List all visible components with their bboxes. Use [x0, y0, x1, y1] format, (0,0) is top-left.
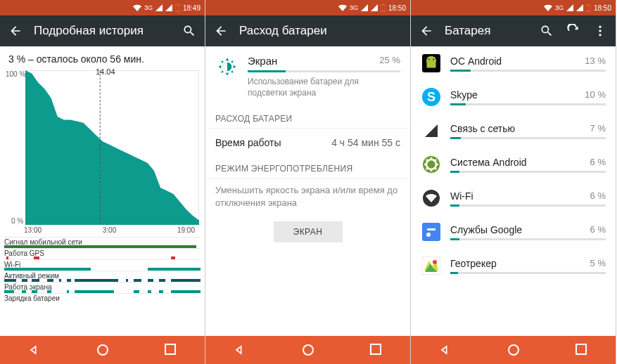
signal-icon — [361, 4, 368, 11]
wifi-icon — [133, 4, 141, 11]
battery-item[interactable]: Геотрекер5 % — [411, 249, 616, 282]
wifi-icon — [421, 188, 442, 209]
screen-button[interactable]: ЭКРАН — [274, 221, 343, 242]
signal-icon — [566, 4, 573, 11]
item-percent: 7 % — [590, 123, 606, 134]
geo-icon — [421, 255, 442, 276]
item-percent: 6 % — [590, 157, 606, 168]
item-progress — [450, 272, 606, 274]
nav-back-icon[interactable] — [27, 343, 42, 357]
svg-rect-13 — [371, 344, 381, 354]
overflow-button[interactable] — [592, 22, 609, 39]
track-row: Работа GPS — [4, 248, 201, 259]
svg-rect-21 — [427, 62, 436, 68]
item-progress — [450, 204, 606, 207]
svg-point-19 — [599, 34, 601, 36]
system-icon — [421, 154, 442, 175]
page-title: Подробная история — [34, 24, 171, 38]
google-icon — [421, 221, 442, 242]
svg-point-17 — [599, 26, 601, 28]
item-name: Система Android — [450, 157, 527, 168]
back-button[interactable] — [7, 22, 24, 39]
svg-point-6 — [98, 345, 108, 355]
android-icon — [421, 53, 442, 74]
svg-point-23 — [433, 59, 434, 60]
section-header-usage: РАСХОД БАТАРЕИ — [205, 107, 410, 129]
wifi-icon — [544, 4, 552, 11]
item-name: Связь с сетью — [450, 123, 515, 134]
svg-point-31 — [426, 233, 431, 237]
app-bar: Подробная история — [0, 15, 205, 46]
status-bar: 3G 18:49 — [0, 0, 205, 15]
refresh-button[interactable] — [565, 22, 582, 39]
consumer-percent: 25 % — [379, 55, 400, 67]
signal-icon — [155, 4, 163, 11]
nav-recent-icon[interactable] — [164, 343, 178, 357]
xtick: 13:00 — [24, 226, 42, 234]
battery-summary: 3 % – осталось около 56 мин. — [0, 46, 205, 67]
svg-rect-7 — [165, 344, 175, 354]
screen-usage-detail: 3G 18:50 Расход батареи Экран25 % Исполь… — [205, 0, 411, 364]
runtime-label: Время работы — [215, 137, 281, 148]
nav-recent-icon[interactable] — [575, 343, 589, 357]
back-button[interactable] — [212, 22, 229, 39]
nav-home-icon[interactable] — [507, 343, 521, 357]
search-button[interactable] — [538, 22, 555, 39]
search-button[interactable] — [181, 22, 198, 39]
battery-item[interactable]: ОС Android13 % — [411, 46, 616, 80]
item-percent: 5 % — [590, 258, 606, 269]
nav-home-icon[interactable] — [96, 343, 110, 357]
track-row: Зарядка батареи — [4, 293, 201, 304]
battery-item[interactable]: Связь с сетью7 % — [411, 114, 616, 148]
svg-point-34 — [509, 345, 519, 355]
network-label: 3G — [350, 4, 358, 11]
status-bar: 3G 18:50 — [411, 0, 616, 15]
battery-item[interactable]: Система Android6 % — [411, 148, 616, 181]
battery-icon — [586, 4, 591, 12]
track-row: Работа экрана — [4, 282, 201, 293]
signal-icon-2 — [576, 4, 583, 11]
item-name: ОС Android — [450, 56, 502, 67]
svg-rect-16 — [587, 11, 590, 12]
battery-item[interactable]: Wi-Fi6 % — [411, 181, 616, 215]
item-percent: 6 % — [590, 190, 606, 202]
svg-point-22 — [428, 59, 430, 60]
nav-recent-icon[interactable] — [369, 343, 383, 357]
svg-point-18 — [599, 30, 601, 32]
battery-chart: 100 % 0 % 14.04 — [4, 70, 201, 225]
ytick-max: 100 % — [6, 70, 25, 78]
ytick-min: 0 % — [11, 217, 23, 225]
content: 3 % – осталось около 56 мин. 100 % 0 % 1… — [0, 46, 205, 336]
item-progress — [450, 103, 606, 105]
hint-text: Уменьшить яркость экрана и/или время до … — [205, 178, 410, 217]
svg-rect-2 — [176, 11, 179, 12]
svg-text:S: S — [427, 90, 435, 104]
nav-back-icon[interactable] — [233, 343, 247, 357]
nav-back-icon[interactable] — [438, 343, 452, 357]
app-bar: Батарея — [411, 15, 616, 46]
back-button[interactable] — [418, 22, 435, 39]
brightness-icon — [215, 55, 239, 79]
nav-bar — [0, 336, 205, 364]
item-percent: 6 % — [590, 224, 606, 235]
section-header-mode: РЕЖИМ ЭНЕРГОПОТРЕБЛЕНИЯ — [205, 157, 410, 178]
item-name: Службы Google — [450, 224, 522, 235]
battery-icon — [381, 4, 386, 12]
track-row: Wi-Fi — [4, 259, 201, 271]
battery-item[interactable]: SSkype10 % — [411, 80, 616, 114]
clock: 18:49 — [183, 4, 201, 12]
nav-bar — [205, 336, 410, 364]
svg-rect-29 — [422, 223, 440, 241]
item-name: Wi-Fi — [450, 190, 473, 202]
nav-home-icon[interactable] — [301, 343, 315, 357]
svg-rect-30 — [427, 228, 435, 230]
wifi-icon — [338, 4, 347, 11]
item-name: Геотрекер — [450, 258, 497, 269]
runtime-row: Время работы 4 ч 54 мин 55 с — [205, 129, 410, 157]
battery-icon — [175, 4, 180, 12]
page-title: Батарея — [445, 24, 528, 38]
clock: 18:50 — [594, 4, 611, 12]
battery-item[interactable]: Службы Google6 % — [411, 215, 616, 249]
network-label: 3G — [144, 4, 153, 11]
xtick: 19:00 — [177, 226, 195, 234]
